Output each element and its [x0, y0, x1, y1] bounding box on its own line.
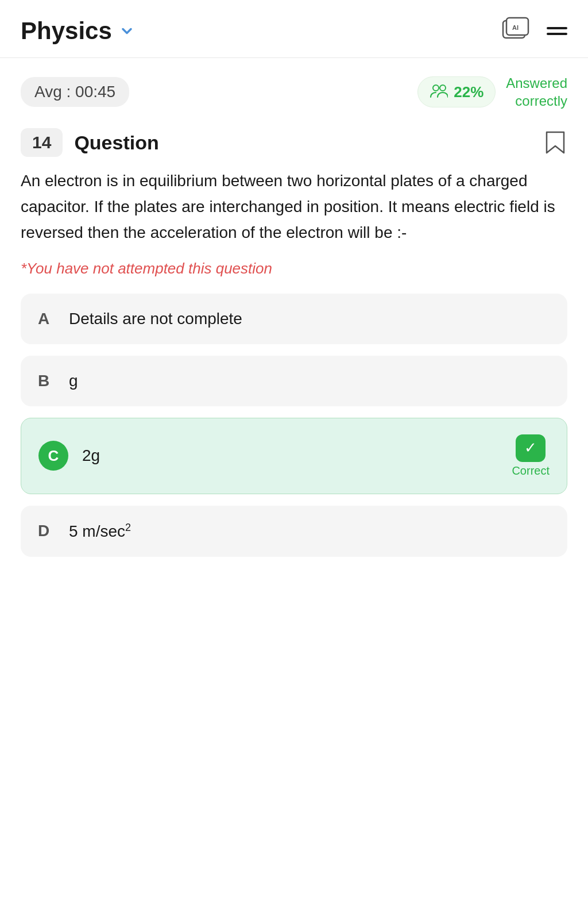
- not-attempted-text: *You have not attempted this question: [0, 255, 588, 294]
- svg-point-4: [440, 85, 446, 91]
- ai-chat-icon[interactable]: AI: [501, 16, 531, 46]
- option-b-text: g: [69, 372, 550, 390]
- option-d-text: 5 m/sec2: [69, 522, 550, 541]
- option-a-text: Details are not complete: [69, 310, 550, 328]
- chevron-down-icon[interactable]: [119, 23, 135, 39]
- option-a[interactable]: A Details are not complete: [21, 294, 567, 344]
- hamburger-line-1: [547, 27, 567, 29]
- stats-right: 22% Answeredcorrectly: [417, 74, 567, 110]
- stats-bar: Avg : 00:45 22% Answeredcorrectly: [0, 58, 588, 119]
- option-c[interactable]: C 2g ✓ Correct: [21, 418, 567, 494]
- header: Physics AI: [0, 0, 588, 58]
- question-header-left: 14 Question: [21, 128, 159, 157]
- menu-icon[interactable]: [547, 27, 567, 35]
- svg-point-3: [433, 85, 439, 91]
- hamburger-line-2: [547, 33, 567, 35]
- option-c-text: 2g: [82, 446, 498, 465]
- correct-badge: ✓ Correct: [512, 434, 550, 478]
- option-c-letter: C: [38, 441, 68, 471]
- question-text: An electron is in equilibrium between tw…: [0, 164, 588, 255]
- question-label: Question: [74, 132, 158, 154]
- svg-text:AI: AI: [512, 24, 519, 31]
- option-b-letter: B: [38, 372, 55, 390]
- page-title: Physics: [21, 17, 112, 45]
- bookmark-icon[interactable]: [543, 130, 567, 155]
- correct-check-icon: ✓: [516, 434, 546, 462]
- percentage-badge: 22%: [417, 76, 496, 107]
- question-header: 14 Question: [0, 119, 588, 164]
- percentage-value: 22%: [454, 83, 483, 101]
- question-number: 14: [21, 128, 63, 157]
- correct-label: Correct: [512, 464, 550, 478]
- avg-badge: Avg : 00:45: [21, 77, 129, 107]
- header-right: AI: [501, 16, 567, 46]
- option-a-letter: A: [38, 310, 55, 328]
- options-container: A Details are not complete B g C 2g ✓ Co…: [0, 294, 588, 557]
- users-icon: [430, 83, 448, 101]
- option-d-letter: D: [38, 522, 55, 540]
- option-b[interactable]: B g: [21, 356, 567, 406]
- answered-correctly-label: Answeredcorrectly: [506, 74, 567, 110]
- option-d[interactable]: D 5 m/sec2: [21, 506, 567, 557]
- header-left: Physics: [21, 17, 135, 45]
